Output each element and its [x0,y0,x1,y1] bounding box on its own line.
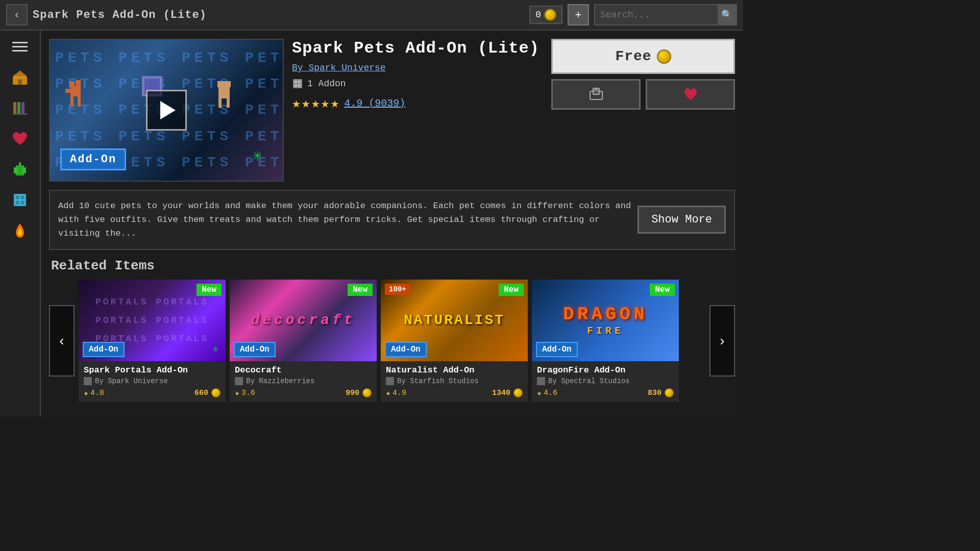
play-button[interactable] [146,90,187,131]
sidebar-menu-button[interactable] [7,36,33,57]
coin-icon [513,388,523,397]
menu-line-3 [12,50,28,52]
product-author[interactable]: By Spark Universe [292,63,543,73]
related-list-wrapper: ‹ PORTALS PORTALS PORTALS PORTALS PORTAL… [49,280,735,402]
svg-rect-18 [69,81,75,87]
menu-line-2 [12,46,28,47]
svg-rect-16 [21,201,24,204]
svg-rect-20 [70,96,74,107]
svg-rect-30 [295,81,297,83]
related-item[interactable]: PORTALS PORTALS PORTALS PORTALS PORTALS … [79,280,226,402]
sidebar-item-home[interactable] [7,64,33,91]
item-stats: ★ 3.6 990 [235,388,372,398]
svg-rect-22 [65,89,70,93]
svg-rect-7 [13,113,27,115]
next-arrow-button[interactable]: › [709,305,735,377]
menu-line-1 [12,42,28,43]
prev-arrow-button[interactable]: ‹ [49,305,75,377]
svg-rect-28 [227,98,230,108]
wishlist-button[interactable] [646,79,735,110]
star-3: ★ [311,94,320,112]
back-button[interactable]: ‹ [6,4,28,26]
related-item-info: Decocraft By Razzleberries ★ 3.6 990 [230,361,377,402]
item-stats: ★ 4.6 830 [537,388,674,398]
item-addon-badge: Add-On [83,342,125,357]
svg-rect-33 [298,84,301,87]
product-image: PETS PETS PETS PETS PETS PETS PETS PETS … [49,39,284,182]
coin-icon [665,388,674,397]
description-text: Add 10 cute pets to your worlds and make… [58,199,631,241]
item-author-row: By Razzleberries [235,377,372,385]
svg-rect-5 [17,102,20,114]
item-name: Spark Portals Add-On [84,365,220,375]
price-label: Free [615,48,651,64]
related-item[interactable]: NATURALIST New 100+ Add-On Naturalist Ad… [381,280,528,402]
sidebar-item-creator[interactable] [7,156,33,183]
home-icon [11,68,29,87]
item-author: By Razzleberries [246,377,314,385]
sidebar-item-wishlist[interactable] [7,126,33,152]
share-button[interactable] [551,79,641,110]
fire-icon [11,221,29,240]
star-2: ★ [302,94,310,112]
related-item-image: DRAGON FIRE New Add-On [532,280,679,361]
svg-rect-31 [298,81,301,83]
author-icon [537,377,545,385]
related-item[interactable]: decocraft New Add-On Decocraft By Razzle… [230,280,377,402]
svg-rect-32 [295,84,297,87]
item-author-row: By Spark Universe [84,377,220,385]
svg-rect-19 [76,80,81,86]
item-name: DragonFire Add-On [537,365,674,375]
svg-rect-25 [218,86,230,98]
coin-icon [544,9,556,21]
page-title: Spark Pets Add-On (Lite) [33,9,524,21]
action-row [551,79,735,110]
svg-rect-6 [21,102,24,114]
hundred-badge: 100+ [385,284,410,295]
show-more-button[interactable]: Show More [638,206,726,234]
item-name: Naturalist Add-On [386,365,523,375]
svg-rect-10 [14,167,18,173]
related-item-image: decocraft New Add-On [230,280,377,361]
item-sparkle-icon: ✳ [212,342,218,355]
free-button[interactable]: Free [551,39,735,74]
svg-rect-11 [22,167,26,173]
item-price: 1340 [492,388,523,397]
related-item-image: NATURALIST New 100+ Add-On [381,280,528,361]
svg-rect-14 [21,196,24,199]
sidebar-item-library[interactable] [7,95,33,121]
rating-value[interactable]: 4.9 (9039) [344,97,405,109]
svg-marker-2 [13,70,27,77]
item-name: Decocraft [235,365,372,375]
new-badge: New [348,284,373,296]
related-item-info: DragonFire Add-On By Spectral Studios ★ … [532,361,679,402]
related-title: Related Items [49,258,735,273]
svg-rect-17 [70,86,81,96]
item-author: By Starfish Studios [397,377,479,385]
sidebar-item-marketplace[interactable] [7,187,33,213]
price-coin-icon [657,49,671,64]
description-box: Add 10 cute pets to your worlds and make… [49,190,735,250]
stars: ★ ★ ★ ★ ★ [292,94,339,112]
add-coins-button[interactable]: + [568,4,589,26]
search-input[interactable] [595,10,718,20]
item-rating: ★ 4.8 [84,388,104,398]
heart-icon [11,130,29,148]
star-4: ★ [321,94,330,112]
svg-rect-15 [16,201,19,204]
item-price: 830 [648,388,674,397]
related-item[interactable]: DRAGON FIRE New Add-On DragonFire Add-On… [532,280,679,402]
addon-count-icon [292,78,303,89]
search-button[interactable]: 🔍 [718,4,736,26]
product-info: Spark Pets Add-On (Lite) By Spark Univer… [292,39,543,182]
author-icon [386,377,394,385]
creator-icon [11,160,29,179]
svg-rect-29 [293,79,302,88]
item-author-row: By Spectral Studios [537,377,674,385]
svg-rect-21 [78,96,81,107]
related-section: Related Items ‹ PORTALS PORTALS PORTALS … [49,258,735,402]
item-stats: ★ 4.8 660 [84,388,220,398]
sidebar-item-fire[interactable] [7,217,33,244]
svg-rect-13 [16,196,19,199]
svg-rect-27 [218,98,222,108]
